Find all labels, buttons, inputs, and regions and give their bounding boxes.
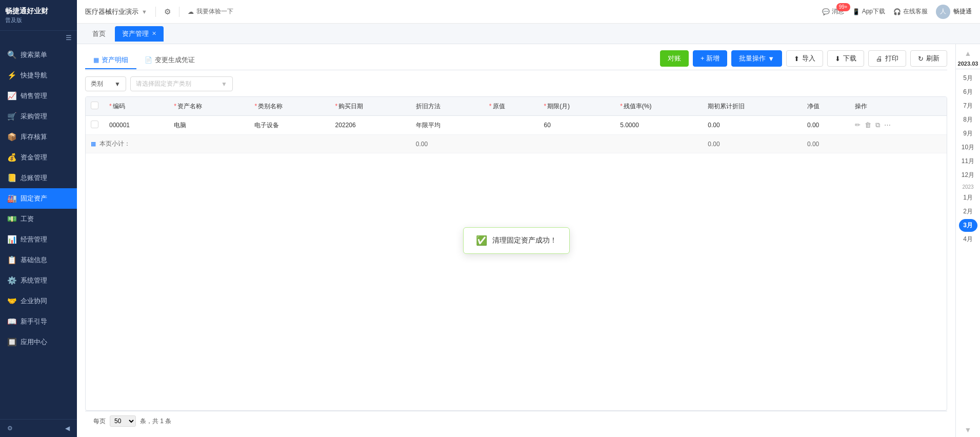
topbar: 医疗器械行业演示 ▼ ⚙ ☁ 我要体验一下 💬 消息 99+ 📱 App下载 🎧… (77, 0, 980, 24)
row-initial-accumulated-depreciation: 0.00 (703, 116, 802, 135)
delete-icon[interactable]: 🗑 (865, 121, 871, 129)
th-purchase-date: *购买日期 (330, 97, 411, 116)
rp-month-10[interactable]: 10月 (959, 141, 977, 154)
success-toast: ✅ 清理固定资产成功！ (463, 227, 570, 254)
select-all-checkbox[interactable] (91, 102, 98, 109)
th-category: *类别名称 (249, 97, 330, 116)
sidebar-item-label: 资金管理 (21, 153, 47, 162)
sidebar-item-purchase[interactable]: 🛒 采购管理 (0, 106, 77, 127)
batch-button[interactable]: 批量操作 ▼ (731, 50, 782, 67)
import-button[interactable]: ⬆ 导入 (786, 50, 823, 67)
capital-icon: 💰 (7, 153, 16, 162)
rp-month-7[interactable]: 7月 (959, 100, 977, 112)
th-name: *资产名称 (169, 97, 249, 116)
settings-gear-icon[interactable]: ⚙ (164, 7, 171, 16)
refresh-button[interactable]: ↻ 刷新 (910, 50, 947, 67)
online-service-button[interactable]: 🎧 在线客服 (893, 7, 928, 16)
sidebar-item-label: 经营管理 (21, 235, 47, 244)
subtotal-original-value: 0.00 (411, 135, 484, 153)
company-selector[interactable]: 医疗器械行业演示 ▼ (85, 7, 147, 16)
system-icon: ⚙️ (7, 276, 16, 285)
reconcile-label: 对账 (668, 54, 681, 63)
sidebar-item-search[interactable]: 🔍 搜索菜单 (0, 45, 77, 65)
tab-close-icon[interactable]: ✕ (152, 30, 156, 37)
sidebar-item-label: 快捷导航 (21, 71, 47, 80)
sidebar-item-enterprise[interactable]: 🤝 企业协同 (0, 291, 77, 311)
more-icon[interactable]: ⋯ (884, 121, 891, 129)
sidebar-item-guide[interactable]: 📖 新手引导 (0, 311, 77, 332)
rp-month-3-active[interactable]: 3月 (959, 219, 977, 232)
message-button[interactable]: 💬 消息 99+ (822, 7, 844, 16)
sidebar-item-fixed-assets[interactable]: 🏭 固定资产 (0, 188, 77, 209)
row-category: 电子设备 (249, 116, 330, 135)
row-depreciation-method: 年限平均 (411, 116, 484, 135)
sidebar-item-label: 总账管理 (21, 173, 47, 183)
sub-tab-change-voucher-label: 变更生成凭证 (155, 55, 195, 65)
row-residual-rate: 5.0000 (615, 116, 703, 135)
sidebar-item-salary[interactable]: 💵 工资 (0, 209, 77, 229)
rp-month-11[interactable]: 11月 (959, 155, 977, 168)
th-actions: 操作 (850, 97, 947, 116)
sidebar-item-capital[interactable]: 💰 资金管理 (0, 147, 77, 168)
sidebar-item-ops[interactable]: 📊 经营管理 (0, 229, 77, 250)
sidebar-item-system[interactable]: ⚙️ 系统管理 (0, 270, 77, 291)
rp-year-2023: 2023 (962, 184, 973, 190)
category-filter[interactable]: 类别 ▼ (85, 76, 126, 91)
category-value-filter[interactable]: 请选择固定资产类别 ▼ (130, 76, 233, 91)
experience-button[interactable]: ☁ 我要体验一下 (188, 7, 233, 16)
sidebar-item-sales[interactable]: 📈 销售管理 (0, 86, 77, 106)
download-icon: 📱 (852, 8, 860, 15)
row-select-checkbox[interactable] (91, 121, 98, 128)
sidebar-collapse-button[interactable]: ◀ (65, 425, 70, 432)
rp-month-12[interactable]: 12月 (959, 169, 977, 182)
sub-tab-asset-detail[interactable]: ▦ 资产明细 (85, 52, 136, 69)
download-button[interactable]: ⬇ 下载 (827, 50, 864, 67)
th-depreciation-method: 折旧方法 (411, 97, 484, 116)
user-menu[interactable]: 人 畅捷通 (936, 5, 972, 19)
settings-icon[interactable]: ⚙ (7, 425, 13, 432)
tab-home[interactable]: 首页 (85, 26, 113, 42)
tab-asset-mgmt-label: 资产管理 (122, 29, 149, 38)
sidebar-item-basic-info[interactable]: 📋 基础信息 (0, 250, 77, 270)
sidebar-item-label: 固定资产 (21, 194, 47, 203)
app-download-button[interactable]: 📱 App下载 (852, 7, 885, 16)
row-net-value: 0.00 (802, 116, 850, 135)
logo-sub: 普及版 (5, 16, 72, 24)
rp-down-icon[interactable]: ▼ (964, 425, 973, 435)
salary-icon: 💵 (7, 214, 16, 224)
rp-month-9[interactable]: 9月 (959, 127, 977, 140)
new-button[interactable]: + 新增 (693, 50, 727, 67)
sub-tab-change-voucher[interactable]: 📄 变更生成凭证 (136, 52, 203, 69)
tab-asset-mgmt[interactable]: 资产管理 ✕ (115, 26, 164, 42)
rp-month-4[interactable]: 4月 (959, 233, 977, 246)
rp-month-6[interactable]: 6月 (959, 86, 977, 98)
subtotal-empty2 (538, 135, 615, 153)
sidebar-item-inventory[interactable]: 📦 库存核算 (0, 127, 77, 147)
copy-icon[interactable]: ⧉ (875, 121, 880, 129)
rp-month-2[interactable]: 2月 (959, 205, 977, 218)
batch-label: 批量操作 (739, 54, 766, 63)
sidebar-toggle-icon[interactable]: ☰ (66, 34, 72, 42)
per-page-select[interactable]: 50 10 20 100 (110, 415, 136, 427)
sidebar-item-quick-nav[interactable]: ⚡ 快捷导航 (0, 65, 77, 86)
topbar-divider2 (179, 7, 179, 17)
asset-detail-icon: ▦ (93, 56, 99, 64)
import-label: 导入 (802, 54, 815, 63)
toast-message: 清理固定资产成功！ (492, 236, 557, 245)
rp-month-5[interactable]: 5月 (959, 72, 977, 85)
rp-month-8[interactable]: 8月 (959, 113, 977, 126)
reconcile-button[interactable]: 对账 (660, 50, 689, 67)
sidebar-item-app-center[interactable]: 🔲 应用中心 (0, 332, 77, 352)
print-icon: 🖨 (876, 55, 883, 63)
edit-icon[interactable]: ✏ (855, 121, 861, 129)
sidebar-item-ledger[interactable]: 📒 总账管理 (0, 168, 77, 188)
rp-nav: ▲ (956, 48, 980, 58)
username: 畅捷通 (953, 7, 972, 16)
rp-up-icon[interactable]: ▲ (964, 48, 973, 58)
download-label: 下载 (843, 54, 856, 63)
print-button[interactable]: 🖨 打印 (868, 50, 906, 67)
th-period: *期限(月) (538, 97, 615, 116)
sub-tab-asset-detail-label: 资产明细 (102, 55, 128, 65)
rp-month-1[interactable]: 1月 (959, 191, 977, 204)
sidebar: 畅捷通好业财 普及版 ☰ 🔍 搜索菜单 ⚡ 快捷导航 📈 销售管理 🛒 采购管理… (0, 0, 77, 437)
